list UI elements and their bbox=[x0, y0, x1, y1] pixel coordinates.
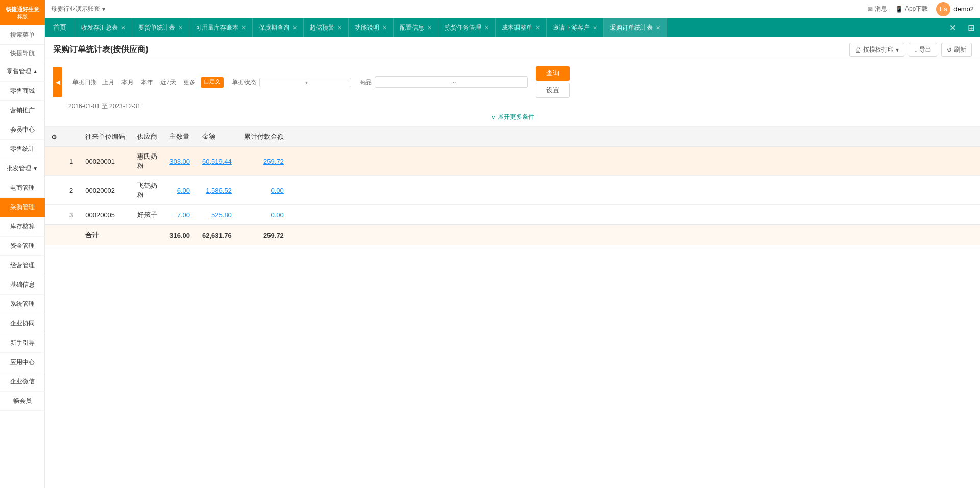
sidebar-item-label: 库存核算 bbox=[10, 223, 35, 230]
sidebar-item-inventory[interactable]: 库存核算 bbox=[0, 217, 45, 237]
search-menu-label[interactable]: 搜索菜单 bbox=[10, 31, 35, 38]
row-extra bbox=[290, 147, 980, 176]
app-icon: 📱 bbox=[895, 6, 903, 13]
sidebar-item-ecommerce[interactable]: 电商管理 bbox=[0, 178, 45, 198]
chevron-down-icon: ▾ bbox=[896, 46, 899, 54]
sidebar-item-marketing[interactable]: 营销推广 bbox=[0, 101, 45, 120]
tab-label: 拣货任务管理 bbox=[445, 23, 481, 32]
quantity-col-header: 主数量 bbox=[163, 127, 196, 147]
row-settings bbox=[45, 147, 63, 176]
app-logo: 畅捷通好生意标版 bbox=[0, 0, 45, 25]
query-button[interactable]: 查询 bbox=[536, 66, 570, 81]
row-extra bbox=[290, 205, 980, 225]
message-btn[interactable]: ✉ 消息 bbox=[868, 5, 887, 13]
workspace-selector[interactable]: 母婴行业演示账套 ▾ bbox=[51, 5, 105, 13]
tab-cost-adjust[interactable]: 成本调整单 ✕ bbox=[496, 18, 547, 37]
refresh-button[interactable]: ↺ 刷新 bbox=[941, 43, 972, 57]
date-range-display: 2016-01-01 至 2023-12-31 bbox=[68, 102, 972, 111]
sidebar-search[interactable]: 搜索菜单 bbox=[0, 25, 44, 45]
tab-config[interactable]: 配置信息 ✕ bbox=[394, 18, 438, 37]
close-icon[interactable]: ✕ bbox=[484, 24, 489, 31]
shortcut-more[interactable]: 更多 bbox=[181, 77, 198, 88]
sidebar-item-label: 基础信息 bbox=[10, 281, 35, 288]
close-icon[interactable]: ✕ bbox=[593, 24, 597, 31]
tab-purchase-stats[interactable]: 采购订单统计表 ✕ bbox=[604, 18, 667, 37]
sidebar-item-member-pro[interactable]: 畅会员 bbox=[0, 392, 45, 411]
close-icon[interactable]: ✕ bbox=[656, 24, 660, 31]
close-icon[interactable]: ✕ bbox=[178, 24, 183, 31]
custom-date-tag[interactable]: 自定义 bbox=[201, 77, 224, 88]
user-avatar-area[interactable]: Ea demo2 bbox=[936, 2, 974, 16]
sidebar-item-finance[interactable]: 资金管理 bbox=[0, 237, 45, 256]
tab-home[interactable]: 首页 bbox=[45, 18, 75, 37]
row-index: 1 bbox=[63, 147, 79, 176]
export-icon: ↓ bbox=[914, 46, 917, 54]
sidebar-item-retail-shop[interactable]: 零售商城 bbox=[0, 82, 45, 101]
sidebar-item-app-center[interactable]: 应用中心 bbox=[0, 353, 45, 372]
row-quantity[interactable]: 6.00 bbox=[163, 176, 196, 205]
sidebar-item-operations[interactable]: 经营管理 bbox=[0, 256, 45, 275]
sidebar-item-label: 采购管理 bbox=[10, 203, 35, 211]
row-amount[interactable]: 525.80 bbox=[196, 205, 238, 225]
sidebar-item-guide[interactable]: 新手引导 bbox=[0, 333, 45, 353]
quick-nav-label: 快捷导航 bbox=[10, 49, 35, 57]
sidebar-item-retail-mgmt[interactable]: 零售管理 ▲ bbox=[0, 62, 45, 82]
tab-invite-customer[interactable]: 邀请下游客户 ✕ bbox=[547, 18, 604, 37]
close-icon[interactable]: ✕ bbox=[121, 24, 126, 31]
shortcut-7days[interactable]: 近7天 bbox=[158, 77, 178, 88]
sidebar-item-purchase[interactable]: 采购管理 bbox=[0, 198, 45, 217]
sidebar-item-member[interactable]: 会员中心 bbox=[0, 120, 45, 140]
status-select[interactable]: ▾ bbox=[259, 78, 351, 87]
tab-bar-actions: ✕ ⊞ bbox=[943, 18, 980, 37]
row-paid[interactable]: 0.00 bbox=[238, 176, 290, 205]
row-quantity[interactable]: 303.00 bbox=[163, 147, 196, 176]
close-icon[interactable]: ✕ bbox=[535, 24, 540, 31]
sidebar-item-label: 会员中心 bbox=[10, 126, 35, 133]
close-all-tabs-btn[interactable]: ✕ bbox=[943, 18, 962, 37]
goods-input[interactable]: ··· bbox=[375, 76, 528, 88]
row-paid[interactable]: 0.00 bbox=[238, 205, 290, 225]
row-quantity[interactable]: 7.00 bbox=[163, 205, 196, 225]
query-btn-area: 查询 设置 bbox=[536, 66, 570, 98]
footer-row: 合计 316.00 62,631.76 259.72 bbox=[45, 225, 980, 245]
avatar: Ea bbox=[936, 2, 950, 16]
settings-button[interactable]: 设置 bbox=[536, 83, 570, 98]
collapse-toggle-btn[interactable]: ◀ bbox=[53, 67, 62, 97]
print-button[interactable]: 🖨 按模板打印 ▾ bbox=[849, 43, 904, 57]
row-amount[interactable]: 60,519.44 bbox=[196, 147, 238, 176]
row-amount[interactable]: 1,586.52 bbox=[196, 176, 238, 205]
tab-function-desc[interactable]: 功能说明 ✕ bbox=[349, 18, 394, 37]
app-download-btn[interactable]: 📱 App下载 bbox=[895, 5, 928, 13]
sidebar-item-wecom[interactable]: 企业微信 bbox=[0, 372, 45, 392]
sidebar-quick-nav[interactable]: 快捷导航 bbox=[0, 45, 44, 62]
goods-filter: 商品 ··· bbox=[359, 76, 528, 88]
sidebar-item-wholesale[interactable]: 批发管理 ▼ bbox=[0, 159, 45, 178]
row-paid[interactable]: 259.72 bbox=[238, 147, 290, 176]
sidebar-item-collab[interactable]: 企业协同 bbox=[0, 314, 45, 333]
export-button[interactable]: ↓ 导出 bbox=[909, 43, 937, 57]
close-icon[interactable]: ✕ bbox=[292, 24, 297, 31]
expand-more-btn[interactable]: ∨ 展开更多条件 bbox=[491, 113, 534, 121]
sidebar-item-label: 企业协同 bbox=[10, 320, 35, 327]
tab-shelf-life[interactable]: 保质期查询 ✕ bbox=[253, 18, 304, 37]
tab-available-stock[interactable]: 可用量库存账本 ✕ bbox=[189, 18, 253, 37]
sidebar-item-system[interactable]: 系统管理 bbox=[0, 295, 45, 314]
close-icon[interactable]: ✕ bbox=[337, 24, 342, 31]
settings-col-header[interactable]: ⚙ bbox=[45, 127, 63, 147]
close-icon[interactable]: ✕ bbox=[382, 24, 387, 31]
sidebar-item-retail-stats[interactable]: 零售统计 bbox=[0, 140, 45, 159]
tab-overstock[interactable]: 超储预警 ✕ bbox=[304, 18, 349, 37]
sidebar-item-basic-info[interactable]: 基础信息 bbox=[0, 275, 45, 295]
message-icon: ✉ bbox=[868, 6, 873, 13]
maximize-btn[interactable]: ⊞ bbox=[962, 18, 980, 37]
close-icon[interactable]: ✕ bbox=[427, 24, 432, 31]
shortcut-this-month[interactable]: 本月 bbox=[119, 77, 136, 88]
tab-picking[interactable]: 拣货任务管理 ✕ bbox=[438, 18, 496, 37]
tab-stock-summary[interactable]: 收发存汇总表 ✕ bbox=[75, 18, 132, 37]
tab-order-stats[interactable]: 要货单统计表 ✕ bbox=[132, 18, 189, 37]
tab-label: 收发存汇总表 bbox=[81, 23, 118, 32]
shortcut-last-month[interactable]: 上月 bbox=[100, 77, 116, 88]
tab-label: 邀请下游客户 bbox=[553, 23, 590, 32]
close-icon[interactable]: ✕ bbox=[241, 24, 246, 31]
shortcut-this-year[interactable]: 本年 bbox=[139, 77, 155, 88]
